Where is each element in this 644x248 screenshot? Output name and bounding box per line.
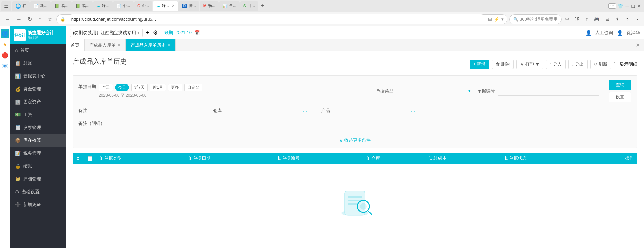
browser-tab-4[interactable]: 📗 易... (72, 1, 93, 11)
browser-tab-6[interactable]: 📄 个... (113, 1, 134, 11)
company-settings-button[interactable]: ⚙ (153, 29, 158, 36)
col-number[interactable]: ⇅ 单据编号 (274, 153, 363, 164)
add-company-button[interactable]: + (146, 30, 149, 36)
import-button[interactable]: ↑ 导入 (546, 60, 566, 69)
col-date[interactable]: ⇅ 单据日期 (185, 153, 273, 164)
tab-close-8[interactable]: ✕ (172, 4, 175, 8)
window-minimize-button[interactable]: ─ (624, 3, 630, 9)
browser-tab-11[interactable]: 📊 各... (219, 1, 240, 11)
apps-btn[interactable]: ⊞ (604, 16, 611, 22)
note-filter-input[interactable] (98, 106, 199, 115)
collapse-filter-button[interactable]: ∧ 收起更多条件 (339, 137, 371, 143)
sidebar-item-checkout[interactable]: 🔒 结账 (10, 160, 66, 173)
select-all-checkbox[interactable] (88, 156, 92, 161)
dropdown-arrow[interactable]: ▾ (501, 17, 504, 22)
display-detail-checkbox[interactable] (614, 62, 618, 66)
detail-note-filter-input[interactable] (108, 119, 209, 128)
calendar-icon[interactable]: 📅 (194, 30, 200, 35)
product-filter-input[interactable] (341, 106, 409, 115)
sidebar-item-tax[interactable]: 📝 税务管理 (10, 147, 66, 160)
home-button[interactable]: ⌂ (36, 16, 44, 23)
sidebar-icon-3[interactable]: 📧 (1, 62, 9, 70)
window-maximize-button[interactable]: □ (630, 3, 636, 9)
date-more-btn[interactable]: 更多 (168, 84, 182, 91)
col-total-cost[interactable]: ⇅ 总成本 (425, 153, 501, 164)
display-detail-toggle[interactable]: 显示明细 (614, 61, 637, 67)
col-warehouse[interactable]: ⇅ 仓库 (363, 153, 425, 164)
number-filter-input[interactable] (498, 86, 599, 96)
sidebar-item-home[interactable]: ⌂ 首页 (10, 44, 66, 57)
sidebar-item-archive[interactable]: 📁 归档管理 (10, 173, 66, 185)
print-dropdown-arrow[interactable]: ▼ (535, 62, 540, 67)
date-custom-btn[interactable]: 自定义 (184, 84, 202, 91)
date-1month-btn[interactable]: 近1月 (150, 84, 166, 91)
page-close-all-button[interactable]: ✕ (631, 42, 644, 48)
refresh-toolbar-button[interactable]: ↺ 刷新 (590, 60, 611, 69)
sidebar-item-ledger[interactable]: 📋 总账 (10, 57, 66, 70)
company-selector[interactable]: (勿删勿禁用）江西颐宝测试专用 ▾ (70, 29, 143, 37)
sidebar-item-funds[interactable]: 💰 资金管理 (10, 83, 66, 95)
list-tab-close[interactable]: ✕ (118, 43, 121, 47)
sidebar-item-inventory[interactable]: 📦 库存核算 (10, 134, 66, 147)
bookmark-button[interactable]: ☆ (46, 15, 54, 23)
game-btn[interactable]: 🎮 (592, 16, 601, 22)
username-label[interactable]: 徐泽华 (627, 30, 640, 36)
browser-tab-2[interactable]: 📄 新... (30, 1, 51, 11)
browser-tab-3[interactable]: 📗 易... (51, 1, 72, 11)
browser-tab-7[interactable]: C 企... (134, 1, 152, 11)
theme-btn[interactable]: ☀ (614, 16, 621, 22)
sidebar-item-payroll[interactable]: 💵 工资 (10, 108, 66, 121)
warehouse-filter-input[interactable] (233, 106, 301, 115)
col-type[interactable]: ⇅ 单据类型 (96, 153, 185, 164)
date-yesterday-btn[interactable]: 昨天 (99, 84, 113, 91)
sidebar-item-fixed[interactable]: 🏢 固定资产 (10, 95, 66, 108)
add-icon: + (473, 62, 476, 67)
refresh-button[interactable]: ↻ (26, 15, 34, 23)
browser-tab-12[interactable]: S 目... (240, 1, 258, 11)
sidebar-icon-2[interactable]: 🔴 (1, 51, 9, 60)
history-tab-close[interactable]: ✕ (168, 43, 171, 47)
window-close-button[interactable]: ✕ (636, 3, 643, 9)
address-input[interactable] (67, 14, 486, 24)
customer-service-label[interactable]: 人工咨询 (595, 30, 613, 36)
translate-btn[interactable]: 译 (573, 16, 581, 23)
history-tab[interactable]: 产成品入库单历史 ✕ (126, 39, 176, 51)
col-status[interactable]: ⇅ 单据状态 (501, 153, 590, 164)
product-dots-btn[interactable]: … (410, 107, 416, 113)
breadcrumb-tab[interactable]: 首页 (66, 39, 85, 51)
list-tab[interactable]: 产成品入库单 ✕ (85, 39, 126, 51)
sidebar-item-reports[interactable]: 📊 云报表中心 (10, 70, 66, 83)
forward-button[interactable]: → (14, 16, 24, 23)
app-logo-icon[interactable]: 🌀 (1, 29, 9, 38)
more-btn[interactable]: ⋯ (634, 16, 641, 22)
delete-button[interactable]: 🗑 删除 (492, 60, 514, 69)
print-button[interactable]: 🖨 打印 ▼ (516, 60, 543, 69)
new-tab-button[interactable]: + (259, 2, 266, 9)
sidebar-item-newbill[interactable]: ➕ 新增凭证 (10, 198, 66, 211)
type-filter-input[interactable] (396, 86, 467, 96)
browser-tab-8-active[interactable]: ☁ 好... ✕ (153, 1, 178, 11)
undo-btn[interactable]: ↺ (624, 16, 631, 22)
sidebar-item-invoice[interactable]: 🧾 发票管理 (10, 121, 66, 134)
query-button[interactable]: 查询 (609, 80, 631, 90)
yuan-btn[interactable]: ¥ (584, 16, 590, 22)
add-button[interactable]: + 新增 (470, 60, 490, 69)
table-settings-col[interactable]: ⚙ (73, 153, 84, 164)
window-shirt-icon[interactable]: 👕 (616, 3, 624, 9)
browser-tab-10[interactable]: M 畅... (200, 1, 219, 11)
type-select-arrow[interactable]: ▾ (468, 88, 471, 93)
table-checkbox-col[interactable] (84, 153, 96, 164)
date-today-btn[interactable]: 今天 (115, 84, 129, 91)
back-button[interactable]: ← (3, 16, 12, 23)
export-button[interactable]: ↓ 导出 (568, 60, 588, 69)
browser-tab-1[interactable]: 🌐 在 (12, 1, 30, 11)
warehouse-dots-btn[interactable]: … (302, 107, 308, 113)
browser-tab-5[interactable]: ☁ 好... (93, 1, 113, 11)
sidebar-item-settings[interactable]: ⚙ 基础设置 (10, 185, 66, 198)
date-7days-btn[interactable]: 近7天 (131, 84, 148, 91)
scissors-btn[interactable]: ✂ (564, 16, 571, 22)
browser-tab-9[interactable]: 腾 腾... (178, 1, 199, 11)
sidebar-icon-1[interactable]: ★ (1, 40, 9, 49)
tab-navigation-back[interactable]: ☰ (1, 1, 11, 11)
set-button[interactable]: 设置 (609, 92, 631, 102)
